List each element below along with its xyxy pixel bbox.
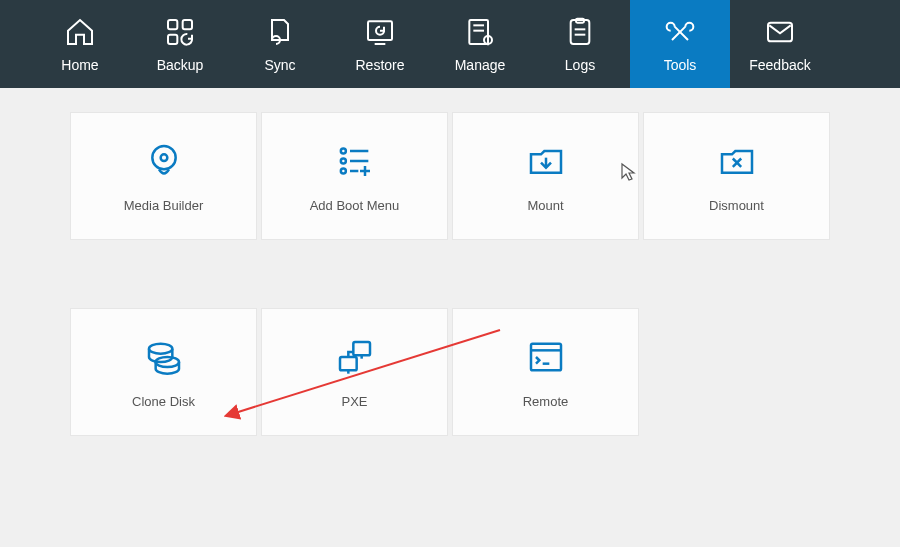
backup-icon [163,15,197,49]
card-label: PXE [341,394,367,409]
card-clone-disk[interactable]: Clone Disk [70,308,257,436]
svg-rect-15 [768,23,792,42]
card-media-builder[interactable]: Media Builder [70,112,257,240]
svg-point-16 [152,146,175,169]
svg-point-20 [340,158,345,163]
nav-feedback[interactable]: Feedback [730,0,830,88]
card-label: Mount [527,198,563,213]
restore-icon [363,15,397,49]
sync-icon [263,15,297,49]
manage-icon [463,15,497,49]
nav-logs[interactable]: Logs [530,0,630,88]
nav-label: Restore [355,57,404,73]
card-dismount[interactable]: Dismount [643,112,830,240]
svg-rect-2 [168,35,177,44]
svg-rect-32 [340,357,357,370]
card-label: Media Builder [124,198,204,213]
card-add-boot-menu[interactable]: Add Boot Menu [261,112,448,240]
media-builder-icon [143,140,185,182]
nav-home[interactable]: Home [30,0,130,88]
nav-sync[interactable]: Sync [230,0,330,88]
svg-rect-35 [531,343,561,370]
card-label: Clone Disk [132,394,195,409]
nav-label: Sync [264,57,295,73]
nav-label: Feedback [749,57,810,73]
svg-rect-31 [353,342,370,355]
nav-manage[interactable]: Manage [430,0,530,88]
mount-icon [525,140,567,182]
nav-label: Tools [664,57,697,73]
card-label: Dismount [709,198,764,213]
row-spacer [70,244,830,304]
nav-label: Backup [157,57,204,73]
tools-panel: Media Builder Add Boot Menu [0,88,900,460]
card-label: Remote [523,394,569,409]
svg-point-17 [160,154,167,161]
card-label: Add Boot Menu [310,198,400,213]
nav-restore[interactable]: Restore [330,0,430,88]
nav-label: Logs [565,57,595,73]
svg-rect-0 [168,20,177,29]
add-boot-menu-icon [334,140,376,182]
svg-point-18 [340,148,345,153]
remote-icon [525,336,567,378]
svg-rect-5 [469,20,488,44]
home-icon [63,15,97,49]
feedback-icon [763,15,797,49]
clone-disk-icon [143,336,185,378]
nav-tools[interactable]: Tools [630,0,730,88]
nav-label: Home [61,57,98,73]
card-mount[interactable]: Mount [452,112,639,240]
card-remote[interactable]: Remote [452,308,639,436]
svg-rect-1 [183,20,192,29]
dismount-icon [716,140,758,182]
nav-label: Manage [455,57,506,73]
logs-icon [563,15,597,49]
card-pxe[interactable]: PXE [261,308,448,436]
svg-point-29 [149,343,172,353]
pxe-icon [334,336,376,378]
tools-grid: Media Builder Add Boot Menu [70,112,830,436]
top-nav: Home Backup Sync [0,0,900,88]
nav-backup[interactable]: Backup [130,0,230,88]
tools-icon [663,15,697,49]
svg-point-22 [340,168,345,173]
